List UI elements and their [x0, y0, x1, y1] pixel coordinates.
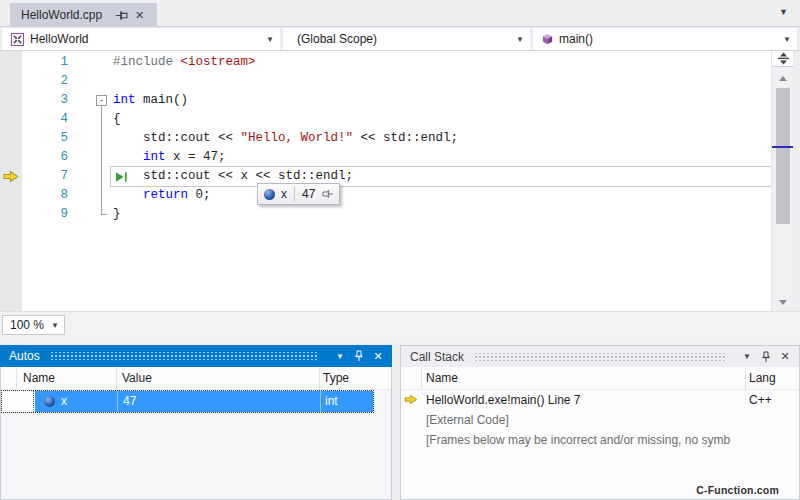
column-separator [421, 367, 422, 390]
code-text: int main() [113, 91, 188, 110]
pin-tab-icon[interactable] [114, 8, 129, 23]
column-header-name[interactable]: Name [426, 371, 458, 385]
column-separator [320, 391, 321, 412]
zoom-level-value: 100 % [10, 318, 44, 332]
document-tab-strip: HelloWorld.cpp ✕ ▼ [0, 0, 800, 27]
tab-title: HelloWorld.cpp [21, 8, 102, 22]
frame-name: [External Code] [426, 413, 509, 427]
member-dropdown[interactable]: main() ▼ [533, 28, 797, 50]
cell-name: x [61, 394, 67, 408]
cpp-project-icon [10, 32, 25, 47]
tab-list-chevron-icon[interactable]: ▼ [779, 7, 788, 17]
row-gutter-cell [2, 391, 34, 412]
line-number: 3 [22, 91, 68, 110]
method-icon [541, 33, 554, 46]
callstack-frame-warning[interactable]: [Frames below may be incorrect and/or mi… [401, 430, 799, 450]
run-to-here-icon[interactable] [115, 171, 128, 190]
visual-studio-window: HelloWorld.cpp ✕ ▼ HelloWorld ▼ (Global … [0, 0, 800, 500]
column-header-type[interactable]: Type [323, 371, 349, 385]
line-number: 6 [22, 148, 68, 167]
window-position-icon[interactable]: ▼ [332, 348, 348, 364]
scroll-up-icon[interactable] [772, 71, 793, 85]
panel-title: Autos [9, 349, 40, 363]
line-number: 1 [22, 53, 68, 72]
chevron-down-icon: ▼ [266, 35, 274, 44]
title-grip-texture [474, 353, 726, 361]
autos-panel: Autos ▼ ✕ Name Value Type x [0, 345, 392, 500]
callstack-panel: Call Stack ▼ ✕ Name Lang HelloWorld.exe!… [400, 345, 800, 500]
code-line-3[interactable]: 3 int main() [0, 91, 770, 110]
collapse-region-icon[interactable]: - [96, 95, 107, 106]
datatip[interactable]: x 47 [257, 183, 340, 205]
watermark-text: C-Function.com [696, 484, 779, 496]
zoom-level-dropdown[interactable]: 100 % ▼ [2, 315, 65, 335]
datatip-separator [294, 186, 295, 202]
code-line-5[interactable]: 5 std::cout << "Hello, World!" << std::e… [0, 129, 770, 148]
code-text: int x = 47; [113, 148, 226, 167]
pin-panel-icon[interactable] [351, 348, 367, 364]
scrollbar-thumb[interactable] [776, 88, 790, 224]
callstack-frame-external[interactable]: [External Code] [401, 410, 799, 430]
autos-title-bar[interactable]: Autos ▼ ✕ [0, 345, 392, 367]
current-statement-arrow-icon [3, 170, 19, 190]
code-line-6[interactable]: 6 int x = 47; [0, 148, 770, 167]
cell-value: 47 [123, 394, 136, 408]
close-tab-icon[interactable]: ✕ [132, 8, 147, 23]
project-dropdown-value: HelloWorld [30, 32, 260, 46]
column-separator [319, 367, 320, 390]
code-text: { [113, 110, 121, 129]
selected-row[interactable]: x 47 int [35, 391, 373, 412]
callstack-header-row: Name Lang [401, 367, 799, 390]
line-number: 5 [22, 129, 68, 148]
code-line-1[interactable]: 1 #include <iostream> [0, 53, 770, 72]
autos-row-x[interactable]: x 47 int [2, 391, 373, 412]
callstack-frame-current[interactable]: HelloWorld.exe!main() Line 7 C++ [401, 390, 799, 410]
line-number: 2 [22, 72, 68, 91]
autos-header-row: Name Value Type [1, 367, 391, 390]
code-text: } [113, 205, 121, 224]
line-number: 7 [22, 167, 68, 186]
code-line-2[interactable]: 2 [0, 72, 770, 91]
pin-panel-icon[interactable] [758, 349, 774, 365]
editor-navigation-bar: HelloWorld ▼ (Global Scope) ▼ main() ▼ [0, 27, 800, 51]
callstack-title-bar[interactable]: Call Stack ▼ ✕ [400, 345, 800, 367]
variable-value-icon [44, 396, 55, 407]
scope-dropdown[interactable]: (Global Scope) ▼ [283, 28, 530, 50]
member-dropdown-value: main() [559, 32, 777, 46]
column-header-value[interactable]: Value [122, 371, 152, 385]
title-grip-texture [50, 352, 319, 360]
callstack-grid: Name Lang HelloWorld.exe!main() Line 7 C… [400, 367, 800, 500]
line-number: 8 [22, 186, 68, 205]
code-editor[interactable]: 1 #include <iostream> 2 3 int main() 4 {… [0, 51, 793, 311]
column-header-name[interactable]: Name [23, 371, 55, 385]
close-panel-icon[interactable]: ✕ [370, 348, 386, 364]
window-position-icon[interactable]: ▼ [739, 349, 755, 365]
project-dropdown[interactable]: HelloWorld ▼ [2, 28, 280, 50]
column-separator [745, 367, 746, 390]
code-text: std::cout << "Hello, World!" << std::end… [113, 129, 458, 148]
current-frame-arrow-icon [404, 394, 418, 408]
code-line-9[interactable]: 9 } [0, 205, 770, 224]
frame-name: [Frames below may be incorrect and/or mi… [426, 433, 778, 447]
code-line-4[interactable]: 4 { [0, 110, 770, 129]
chevron-down-icon: ▼ [516, 35, 524, 44]
editor-bottom-bar: 100 % ▼ [0, 311, 800, 337]
split-editor-handle[interactable] [772, 51, 793, 67]
variable-value-icon [264, 189, 275, 200]
column-separator [116, 367, 117, 390]
datatip-value: 47 [302, 185, 315, 204]
caret-position-marker [772, 146, 793, 148]
pin-datatip-icon[interactable] [322, 189, 334, 199]
frame-name: HelloWorld.exe!main() Line 7 [426, 393, 581, 407]
vertical-scrollbar[interactable] [771, 51, 793, 311]
line-number: 4 [22, 110, 68, 129]
code-text: #include <iostream> [113, 53, 256, 72]
close-panel-icon[interactable]: ✕ [777, 349, 793, 365]
frame-lang: C++ [749, 393, 772, 407]
column-header-lang[interactable]: Lang [749, 371, 776, 385]
panel-title: Call Stack [410, 350, 464, 364]
document-tab[interactable]: HelloWorld.cpp ✕ [10, 3, 157, 27]
scroll-down-icon[interactable] [772, 295, 793, 309]
column-separator [16, 367, 17, 390]
chevron-down-icon: ▼ [783, 35, 791, 44]
